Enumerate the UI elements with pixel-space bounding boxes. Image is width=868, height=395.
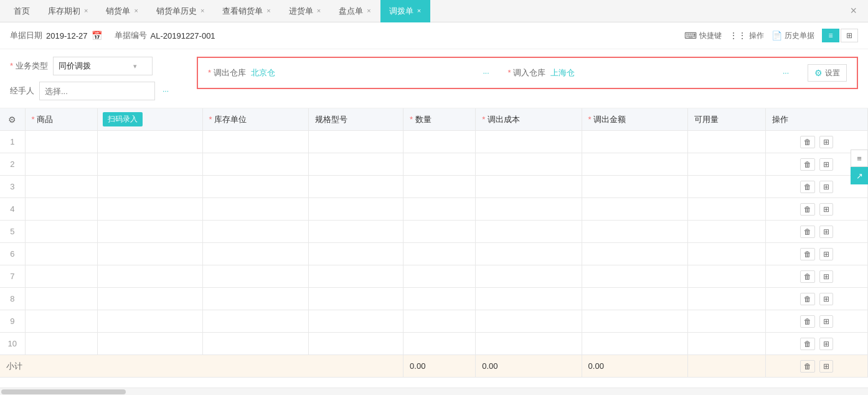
tab-close-purchase[interactable]: × [317,7,321,14]
row-qty-5[interactable] [403,221,476,243]
in-warehouse-value[interactable]: 上海仓 [550,67,575,79]
row-delete-btn-2[interactable]: 🗑 [800,158,815,171]
out-warehouse-more-btn[interactable]: ··· [483,69,489,77]
row-goods-4[interactable] [25,198,97,221]
subtotal-label: 小计 [0,355,403,378]
row-goods-8[interactable] [25,288,97,310]
tab-sales-order[interactable]: 销货单 × [97,0,147,22]
row-spec-6 [308,243,403,265]
row-goods-5[interactable] [25,221,97,243]
row-delete-btn-7[interactable]: 🗑 [800,270,815,283]
row-delete-btn-6[interactable]: 🗑 [800,248,815,260]
row-scan-3 [97,176,202,198]
history-btn[interactable]: 📄 历史单据 [771,31,814,41]
row-copy-btn-8[interactable]: ⊞ [819,293,833,305]
person-more-btn[interactable]: ··· [163,87,169,95]
calendar-icon[interactable]: 📅 [92,31,102,40]
row-copy-btn-4[interactable]: ⊞ [819,203,833,216]
row-qty-8[interactable] [403,288,476,310]
row-copy-btn-5[interactable]: ⊞ [819,226,833,238]
row-copy-btn-9[interactable]: ⊞ [819,315,833,328]
row-num-8: 8 [0,288,25,310]
tab-close-sales-order[interactable]: × [134,7,138,14]
row-delete-btn-10[interactable]: 🗑 [800,338,815,350]
row-num-4: 4 [0,198,25,221]
row-op-4: 🗑 ⊞ [766,198,868,221]
side-list-btn[interactable]: ≡ [851,150,868,167]
row-delete-btn-3[interactable]: 🗑 [800,181,815,193]
scan-button[interactable]: 扫码录入 [103,112,143,126]
row-qty-7[interactable] [403,265,476,288]
row-copy-btn-10[interactable]: ⊞ [819,338,833,350]
row-goods-1[interactable] [25,131,97,153]
tab-home[interactable]: 首页 [5,0,39,22]
row-qty-1[interactable] [403,131,476,153]
tab-close-sales-history[interactable]: × [200,7,204,14]
row-amount-3 [582,176,687,198]
in-warehouse-more-btn[interactable]: ··· [783,69,789,77]
shortcuts-btn[interactable]: ⌨ 快捷键 [684,31,722,41]
tab-bar-close-btn[interactable]: × [844,2,863,20]
row-scan-4 [97,198,202,221]
in-warehouse-field: * 调入仓库 上海仓 ··· [508,67,790,79]
row-qty-2[interactable] [403,153,476,176]
subtotal-op: 🗑 ⊞ [766,355,868,378]
table-row: 10 🗑 ⊞ [0,333,868,355]
row-delete-btn-5[interactable]: 🗑 [800,226,815,238]
row-goods-3[interactable] [25,176,97,198]
settings-btn[interactable]: ⚙ 设置 [808,64,847,82]
business-type-label: * 业务类型 [10,60,48,72]
table-settings-icon[interactable]: ⚙ [8,115,16,125]
row-goods-7[interactable] [25,265,97,288]
table-header-row: ⚙ * 商品 扫码录入 * 库存单位 规格型号 [0,108,868,131]
row-qty-9[interactable] [403,310,476,333]
tab-purchase[interactable]: 进货单 × [280,0,330,22]
row-goods-6[interactable] [25,243,97,265]
row-goods-10[interactable] [25,333,97,355]
tab-close-transfer[interactable]: × [417,7,421,14]
operations-btn[interactable]: ⋮⋮ 操作 [729,31,764,41]
row-qty-10[interactable] [403,333,476,355]
tab-close-inventory-init[interactable]: × [84,7,88,14]
row-delete-btn-8[interactable]: 🗑 [800,293,815,305]
list-view-btn[interactable]: ≡ [822,29,839,42]
out-warehouse-value[interactable]: 北京仓 [251,67,275,79]
grid-view-btn[interactable]: ⊞ [841,29,858,42]
data-table: ⚙ * 商品 扫码录入 * 库存单位 规格型号 [0,108,868,378]
row-delete-btn-1[interactable]: 🗑 [800,136,815,148]
subtotal-delete-btn[interactable]: 🗑 [800,360,815,373]
row-delete-btn-9[interactable]: 🗑 [800,315,815,328]
row-qty-3[interactable] [403,176,476,198]
row-op-8: 🗑 ⊞ [766,288,868,310]
row-cost-2 [476,153,582,176]
row-amount-5 [582,221,687,243]
tab-stocktake[interactable]: 盘点单 × [330,0,380,22]
row-copy-btn-2[interactable]: ⊞ [819,158,833,171]
tab-close-view-sales[interactable]: × [267,7,270,14]
row-cost-9 [476,310,582,333]
tab-sales-history[interactable]: 销货单历史 × [148,0,214,22]
row-unit-1 [202,131,308,153]
tab-bar: 首页 库存期初 × 销货单 × 销货单历史 × 查看销货单 × 进货单 × 盘点… [0,0,868,22]
row-goods-9[interactable] [25,310,97,333]
row-copy-btn-1[interactable]: ⊞ [819,136,833,148]
row-copy-btn-3[interactable]: ⊞ [819,181,833,193]
side-export-btn[interactable]: ↗ [851,167,868,184]
tab-view-sales[interactable]: 查看销货单 × [214,0,280,22]
row-qty-4[interactable] [403,198,476,221]
row-goods-2[interactable] [25,153,97,176]
business-type-select[interactable]: 同价调拨 ▾ [53,57,153,75]
qty-required: * [410,115,413,124]
row-qty-6[interactable] [403,243,476,265]
tab-inventory-init[interactable]: 库存期初 × [39,0,97,22]
row-delete-btn-4[interactable]: 🗑 [800,203,815,216]
tab-transfer[interactable]: 调拨单 × [380,0,430,22]
row-cost-7 [476,265,582,288]
row-copy-btn-6[interactable]: ⊞ [819,248,833,260]
subtotal-copy-btn[interactable]: ⊞ [819,360,833,373]
person-input[interactable] [39,82,155,100]
tab-close-stocktake[interactable]: × [367,7,370,14]
row-copy-btn-7[interactable]: ⊞ [819,270,833,283]
row-amount-9 [582,310,687,333]
scroll-thumb[interactable] [1,389,126,394]
